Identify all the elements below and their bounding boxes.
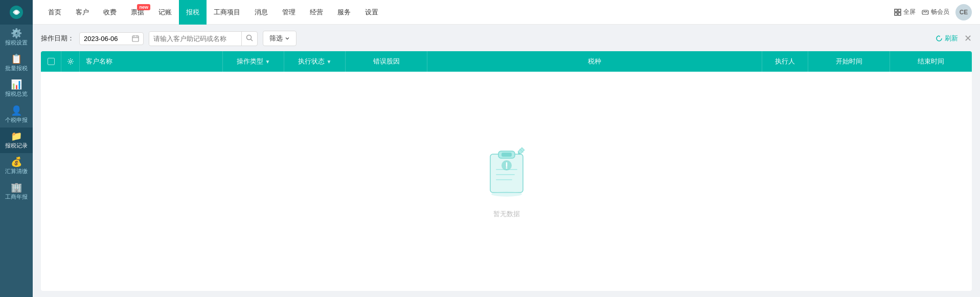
nav-item-guanli[interactable]: 管理	[275, 0, 303, 25]
th-op-type[interactable]: 操作类型 ▼	[223, 51, 284, 72]
nav-item-shoufei[interactable]: 收费	[96, 0, 124, 25]
sidebar-item-label: 报税设置	[5, 39, 28, 46]
empty-text: 暂无数据	[493, 209, 520, 219]
th-settings[interactable]	[61, 51, 80, 72]
chevron-down-icon	[285, 36, 290, 41]
sidebar-item-baoshuishezhi[interactable]: ⚙️ 报税设置	[0, 25, 33, 50]
date-label: 操作日期：	[41, 34, 74, 43]
sidebar: ⚙️ 报税设置 📋 批量报税 📊 报税总览 👤 个税申报 📁 报税记录 💰 汇算…	[0, 0, 33, 297]
sidebar-item-label: 报税记录	[5, 142, 28, 149]
sidebar-item-label: 工商年报	[5, 194, 28, 200]
nav-item-gongshangxiangmu[interactable]: 工商项目	[207, 0, 247, 25]
svg-rect-5	[898, 13, 901, 15]
baoshuijilu-icon: 📁	[11, 132, 22, 141]
sidebar-item-gongshangnianibao[interactable]: 🏢 工商年报	[0, 179, 33, 204]
top-navigation: 首页 客户 收费 票据 new 记账 报税 工商项目 消息 管理 经营	[33, 0, 980, 25]
svg-rect-14	[490, 154, 523, 193]
toolbar: 操作日期： 筛选	[41, 31, 972, 46]
svg-rect-16	[502, 153, 512, 157]
close-button[interactable]: ✕	[964, 34, 972, 43]
search-input[interactable]	[149, 32, 241, 45]
sidebar-item-geshuishenbao[interactable]: 👤 个税申报	[0, 102, 33, 128]
sidebar-item-baoshuizonglan[interactable]: 📊 报税总览	[0, 76, 33, 101]
settings-icon	[67, 58, 74, 65]
sidebar-item-label: 批量报税	[5, 65, 28, 72]
sidebar-item-label: 汇算清缴	[5, 168, 28, 175]
sort-icon-op-type: ▼	[265, 59, 270, 65]
huisuanjiaofa-icon: 💰	[11, 157, 22, 166]
svg-point-13	[70, 60, 72, 62]
sidebar-item-label: 报税总览	[5, 91, 28, 97]
nav-item-baoshui[interactable]: 报税	[179, 0, 207, 25]
search-wrap	[149, 31, 258, 46]
toolbar-right: 刷新 ✕	[936, 34, 972, 43]
sidebar-item-baoshuijilu[interactable]: 📁 报税记录	[0, 128, 33, 153]
svg-rect-2	[895, 9, 897, 12]
th-end-time: 结束时间	[890, 51, 972, 72]
data-table: 客户名称 操作类型 ▼ 执行状态 ▼ 错误股因 税种 执行人	[41, 51, 972, 291]
nav-item-fuwu[interactable]: 服务	[330, 0, 358, 25]
topnav-right: 全屏 畅会员 CE	[894, 4, 972, 20]
svg-rect-3	[898, 9, 901, 12]
fullscreen-button[interactable]: 全屏	[894, 8, 916, 16]
th-start-time: 开始时间	[808, 51, 890, 72]
svg-rect-4	[895, 13, 897, 15]
filter-button[interactable]: 筛选	[263, 31, 297, 46]
search-button[interactable]	[241, 32, 257, 46]
content-area: 操作日期： 筛选	[33, 25, 980, 297]
th-status[interactable]: 执行状态 ▼	[284, 51, 346, 72]
nav-item-kehu[interactable]: 客户	[69, 0, 96, 25]
date-input[interactable]	[84, 35, 130, 43]
nav-item-shouye[interactable]: 首页	[41, 0, 69, 25]
refresh-button[interactable]: 刷新	[936, 34, 958, 43]
svg-point-22	[506, 167, 507, 169]
baoshuizonglan-icon: 📊	[11, 80, 22, 89]
nav-item-piaoju[interactable]: 票据 new	[124, 0, 151, 25]
sidebar-item-huisuanjiaofa[interactable]: 💰 汇算清缴	[0, 153, 33, 179]
refresh-icon	[936, 35, 943, 42]
empty-state: 暂无数据	[41, 72, 972, 291]
sidebar-logo	[0, 0, 33, 25]
th-customer-name: 客户名称	[80, 51, 223, 72]
svg-rect-7	[132, 36, 139, 41]
nav-item-shezhi[interactable]: 设置	[358, 0, 385, 25]
table-header: 客户名称 操作类型 ▼ 执行状态 ▼ 错误股因 税种 执行人	[41, 51, 972, 72]
main-area: 首页 客户 收费 票据 new 记账 报税 工商项目 消息 管理 经营	[33, 0, 980, 297]
empty-illustration	[476, 144, 537, 205]
sidebar-item-label: 个税申报	[5, 117, 28, 123]
svg-line-12	[251, 39, 253, 41]
th-error: 错误股因	[346, 51, 427, 72]
svg-point-11	[247, 35, 252, 39]
vip-icon	[922, 9, 929, 16]
fullscreen-icon	[894, 9, 901, 16]
header-checkbox[interactable]	[48, 58, 55, 65]
th-tax: 税种	[427, 51, 762, 72]
svg-point-24	[491, 192, 522, 197]
th-executor: 执行人	[762, 51, 808, 72]
baoshuishezhi-icon: ⚙️	[11, 29, 22, 38]
piaoju-badge: new	[137, 4, 150, 10]
nav-item-jingying[interactable]: 经营	[303, 0, 330, 25]
search-icon	[246, 34, 253, 41]
svg-point-1	[15, 11, 18, 14]
pilianbaoshui-icon: 📋	[11, 54, 22, 63]
vip-button[interactable]: 畅会员	[922, 8, 949, 16]
date-picker[interactable]	[79, 32, 144, 45]
user-avatar[interactable]: CE	[955, 4, 972, 20]
nav-item-xiaoxi[interactable]: 消息	[247, 0, 275, 25]
sort-icon-status: ▼	[327, 59, 332, 65]
geshuishenbao-icon: 👤	[11, 106, 22, 115]
th-checkbox[interactable]	[41, 51, 61, 72]
nav-item-jizhang[interactable]: 记账	[151, 0, 179, 25]
calendar-icon	[132, 35, 139, 42]
gongshangnianibao-icon: 🏢	[11, 183, 22, 192]
sidebar-item-pilianbaoshui[interactable]: 📋 批量报税	[0, 50, 33, 76]
